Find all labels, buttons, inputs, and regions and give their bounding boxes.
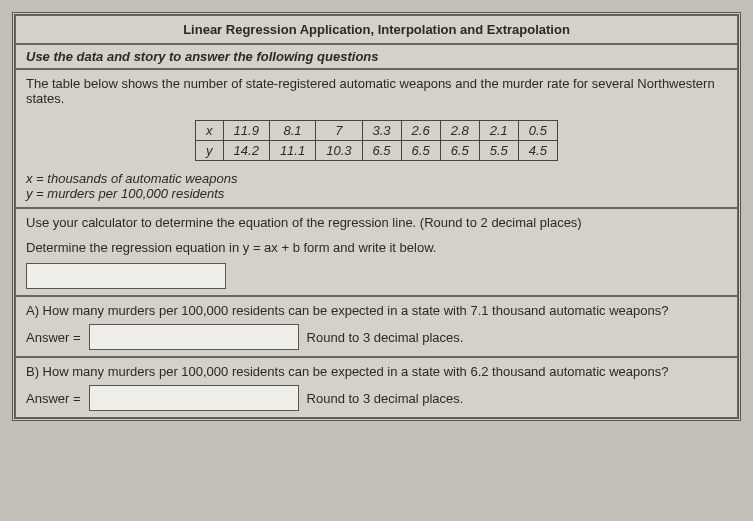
x-cell: 3.3: [362, 121, 401, 141]
x-cell: 8.1: [269, 121, 315, 141]
answer-a-label: Answer =: [26, 330, 81, 345]
regression-equation-input[interactable]: [26, 263, 226, 289]
calculator-prompt: Use your calculator to determine the equ…: [26, 215, 727, 230]
x-cell: 2.8: [440, 121, 479, 141]
instruction-text: Use the data and story to answer the fol…: [15, 44, 738, 69]
intro-section: The table below shows the number of stat…: [15, 69, 738, 208]
question-a: A) How many murders per 100,000 resident…: [15, 296, 738, 357]
question-b: B) How many murders per 100,000 resident…: [15, 357, 738, 418]
y-cell: 5.5: [479, 141, 518, 161]
answer-b-input[interactable]: [89, 385, 299, 411]
y-cell: 6.5: [440, 141, 479, 161]
answer-a-input[interactable]: [89, 324, 299, 350]
y-label-cell: y: [196, 141, 224, 161]
y-cell: 14.2: [223, 141, 269, 161]
question-b-text: B) How many murders per 100,000 resident…: [26, 364, 727, 379]
x-definition: x = thousands of automatic weapons: [26, 171, 727, 186]
data-table: x 11.9 8.1 7 3.3 2.6 2.8 2.1 0.5 y 14.2 …: [195, 120, 558, 161]
x-cell: 2.1: [479, 121, 518, 141]
regression-section: Use your calculator to determine the equ…: [15, 208, 738, 296]
y-cell: 4.5: [518, 141, 557, 161]
table-row-x: x 11.9 8.1 7 3.3 2.6 2.8 2.1 0.5: [196, 121, 558, 141]
y-cell: 11.1: [269, 141, 315, 161]
intro-text: The table below shows the number of stat…: [26, 76, 727, 106]
y-cell: 6.5: [362, 141, 401, 161]
x-cell: 7: [316, 121, 362, 141]
x-cell: 2.6: [401, 121, 440, 141]
x-label-cell: x: [196, 121, 224, 141]
y-cell: 10.3: [316, 141, 362, 161]
table-row-y: y 14.2 11.1 10.3 6.5 6.5 6.5 5.5 4.5: [196, 141, 558, 161]
x-cell: 0.5: [518, 121, 557, 141]
worksheet: Linear Regression Application, Interpola…: [12, 12, 741, 421]
equation-prompt: Determine the regression equation in y =…: [26, 240, 727, 255]
variable-definitions: x = thousands of automatic weapons y = m…: [26, 171, 727, 201]
y-cell: 6.5: [401, 141, 440, 161]
x-cell: 11.9: [223, 121, 269, 141]
round-hint-b: Round to 3 decimal places.: [307, 391, 464, 406]
page-title: Linear Regression Application, Interpola…: [15, 15, 738, 44]
question-a-text: A) How many murders per 100,000 resident…: [26, 303, 727, 318]
answer-b-label: Answer =: [26, 391, 81, 406]
data-table-wrap: x 11.9 8.1 7 3.3 2.6 2.8 2.1 0.5 y 14.2 …: [26, 120, 727, 161]
y-definition: y = murders per 100,000 residents: [26, 186, 727, 201]
round-hint-a: Round to 3 decimal places.: [307, 330, 464, 345]
